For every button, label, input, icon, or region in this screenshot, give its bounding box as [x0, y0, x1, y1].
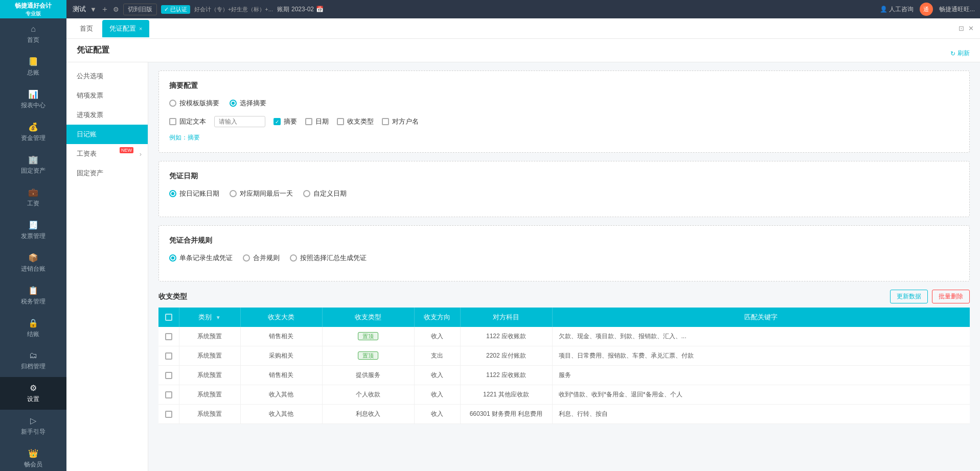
checkbox-counterparty-box	[382, 118, 389, 125]
table-row: 系统预置收入其他个人收款收入1221 其他应收款收到*借款、收到*备用金、退回*…	[158, 385, 970, 405]
row-checkbox-1[interactable]	[165, 352, 172, 360]
radio-custom-date-label: 自定义日期	[313, 189, 347, 198]
cell-type: 个人收款	[322, 385, 414, 405]
radio-summary[interactable]: 按照选择汇总生成凭证	[290, 253, 367, 263]
th-major: 收支大类	[240, 308, 322, 327]
sidebar-item-funds[interactable]: 💰 资金管理	[0, 116, 66, 149]
radio-single[interactable]: 单条记录生成凭证	[169, 253, 233, 263]
menu-item-payroll[interactable]: 工资表 NEW ›	[66, 144, 148, 163]
add-icon[interactable]: ＋	[101, 4, 109, 15]
menu-item-fixed-assets[interactable]: 固定资产	[66, 163, 148, 183]
radio-select[interactable]: 选择摘要	[230, 99, 266, 108]
checkbox-date[interactable]: 日期	[305, 117, 329, 126]
fixed-text-input[interactable]	[214, 116, 265, 127]
update-data-button[interactable]: 更新数据	[890, 290, 928, 303]
tab-close-icon[interactable]: ×	[139, 26, 142, 32]
sidebar-label-purchase: 进销台账	[21, 265, 45, 273]
th-category[interactable]: 类别 ▼	[179, 308, 240, 327]
sidebar-item-guide[interactable]: ▷ 新手引导	[0, 410, 66, 442]
sidebar-item-assets[interactable]: 🏢 固定资产	[0, 149, 66, 181]
th-direction: 收支方向	[414, 308, 460, 327]
row-checkbox-0[interactable]	[165, 333, 172, 340]
settings-icon[interactable]: ⚙	[113, 6, 119, 13]
menu-item-journal[interactable]: 日记账	[66, 125, 148, 144]
sidebar-item-purchase[interactable]: 📦 进销台账	[0, 247, 66, 279]
sidebar-item-tax[interactable]: 📋 税务管理	[0, 279, 66, 312]
menu-item-sales-invoice[interactable]: 销项发票	[66, 86, 148, 105]
merge-rules-radio-group: 单条记录生成凭证 合并规则 按照选择汇总生成凭证	[169, 253, 959, 263]
radio-merge-label: 合并规则	[253, 253, 280, 263]
restore-window-icon[interactable]: ⊡	[959, 25, 964, 32]
sidebar-item-invoice[interactable]: 🧾 发票管理	[0, 214, 66, 247]
row-checkbox-4[interactable]	[165, 411, 172, 418]
tab-home[interactable]: 首页	[73, 20, 100, 37]
left-menu: 公共选项 销项发票 进项发票 日记账 工资表 NEW › 固定资产	[66, 62, 148, 471]
sidebar-item-archive[interactable]: 🗂 归档管理	[0, 345, 66, 377]
refresh-button[interactable]: ↻ 刷新	[950, 49, 970, 58]
radio-journal-date[interactable]: 按日记账日期	[169, 189, 219, 198]
menu-item-purchase-invoice[interactable]: 进项发票	[66, 105, 148, 125]
checkbox-fixed-text-label: 固定文本	[179, 117, 206, 126]
checkbox-fixed-text[interactable]: 固定文本	[169, 117, 206, 126]
cell-major: 收入其他	[240, 405, 322, 424]
sidebar-item-home[interactable]: ⌂ 首页	[0, 18, 66, 51]
logo-area: 畅捷通好会计 专业版	[0, 0, 66, 18]
cell-direction: 收入	[414, 366, 460, 385]
cell-major: 采购相关	[240, 346, 322, 366]
radio-template-circle	[169, 100, 176, 107]
cell-type: 提供服务	[322, 366, 414, 385]
close-window-icon[interactable]: ✕	[968, 25, 974, 32]
radio-template[interactable]: 按模板版摘要	[169, 99, 219, 108]
sidebar-item-ledger[interactable]: 📒 总账	[0, 51, 66, 83]
radio-single-circle	[169, 254, 176, 262]
checkbox-counterparty[interactable]: 对方户名	[382, 117, 419, 126]
old-version-button[interactable]: 切到旧版	[123, 4, 157, 15]
guide-icon: ▷	[30, 416, 36, 426]
sidebar-label-settings: 设置	[27, 395, 39, 404]
checkbox-date-box	[305, 118, 312, 125]
table-row: 系统预置收入其他利息收入收入660301 财务费用 利息费用利息、行转、按自	[158, 405, 970, 424]
closing-icon: 🔒	[28, 318, 38, 328]
select-all-checkbox[interactable]	[165, 314, 172, 321]
sidebar-item-reports[interactable]: 📊 报表中心	[0, 83, 66, 116]
th-subject: 对方科目	[460, 308, 552, 327]
radio-merge-circle	[243, 254, 250, 262]
chevron-icon: ›	[140, 150, 142, 158]
service-button[interactable]: 👤 人工咨询	[880, 5, 914, 14]
purchase-icon: 📦	[28, 253, 38, 263]
sidebar-item-settings[interactable]: ⚙ 设置	[0, 377, 66, 410]
logo-subtitle: 专业版	[26, 10, 41, 17]
income-expense-table: 类别 ▼ 收支大类 收支类型 收支方向 对方科目 匹配关键字 系	[158, 308, 970, 424]
sidebar-item-member[interactable]: 👑 畅会员	[0, 442, 66, 471]
tab-bar: 首页 凭证配置 × ⊡ ✕	[66, 18, 980, 39]
tags-label: 好会计（专）+好生意（标）+...	[194, 6, 273, 13]
radio-period-last-circle	[230, 190, 237, 197]
radio-merge[interactable]: 合并规则	[243, 253, 280, 263]
sidebar-item-closing[interactable]: 🔒 结账	[0, 312, 66, 345]
checkbox-abstract[interactable]: ✓ 摘要	[274, 117, 297, 126]
sidebar-label-ledger: 总账	[27, 68, 39, 77]
cell-type: 置顶	[322, 327, 414, 346]
sidebar-label-archive: 归档管理	[21, 362, 45, 371]
radio-period-last[interactable]: 对应期间最后一天	[230, 189, 293, 198]
menu-item-public[interactable]: 公共选项	[66, 66, 148, 86]
certified-status-tag: ✓ 已认证	[161, 5, 190, 14]
window-controls: ⊡ ✕	[959, 25, 974, 32]
batch-delete-button[interactable]: 批量删除	[932, 290, 970, 303]
sidebar-item-salary[interactable]: 💼 工资	[0, 181, 66, 214]
radio-template-label: 按模板版摘要	[179, 99, 219, 108]
cell-keyword: 利息、行转、按自	[552, 405, 970, 424]
sidebar-label-tax: 税务管理	[21, 297, 45, 306]
body-layout: 公共选项 销项发票 进项发票 日记账 工资表 NEW › 固定资产	[66, 62, 980, 471]
test-dropdown-icon[interactable]: ▼	[90, 6, 97, 13]
cell-category: 系统预置	[179, 405, 240, 424]
cell-category: 系统预置	[179, 385, 240, 405]
tab-voucher-config[interactable]: 凭证配置 ×	[102, 20, 149, 37]
radio-custom-date[interactable]: 自定义日期	[303, 189, 347, 198]
radio-select-circle	[230, 100, 237, 107]
voucher-date-radio-group: 按日记账日期 对应期间最后一天 自定义日期	[169, 189, 959, 198]
row-checkbox-3[interactable]	[165, 391, 172, 398]
checkbox-type[interactable]: 收支类型	[337, 117, 374, 126]
page-header: 凭证配置 ↻ 刷新	[66, 39, 980, 62]
row-checkbox-2[interactable]	[165, 372, 172, 379]
